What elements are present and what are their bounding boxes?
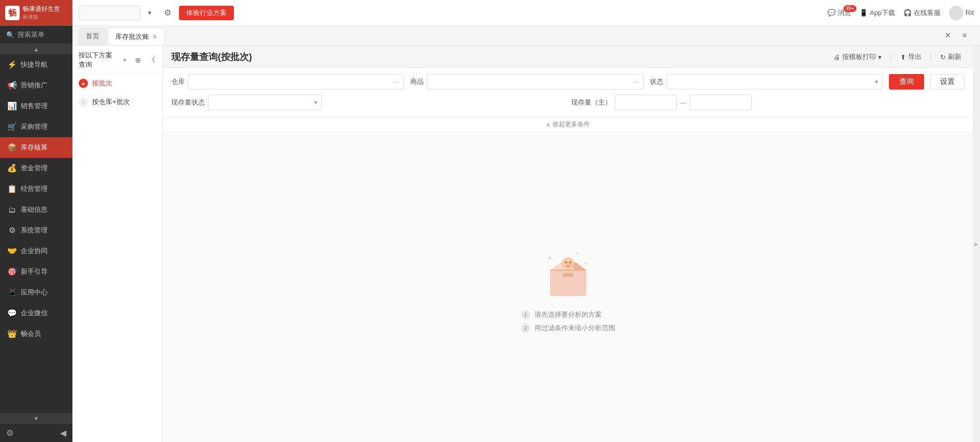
empty-tips: 1 请先选择要分析的方案 2 用过滤条件来缩小分析范围 <box>521 310 615 333</box>
status-chevron-icon: ▾ <box>875 78 878 85</box>
print-template-btn[interactable]: 🖨 按模板打印 ▾ <box>830 51 885 63</box>
page-header: 现存量查询(按批次) 🖨 按模板打印 ▾ | ⬆ 导出 | ↻ <box>163 46 973 68</box>
inventory-icon: 📦 <box>7 143 17 152</box>
empty-illustration: ✦ ✦ ★ <box>537 242 599 304</box>
phone-icon: 📱 <box>859 9 868 17</box>
tab-inventory-batch[interactable]: 库存批次账 ✕ <box>108 27 165 45</box>
topbar-search-input[interactable] <box>79 6 141 20</box>
sidebar-item-sales[interactable]: 📊 销售管理 <box>0 96 72 116</box>
scheme-item-warehouse-batch[interactable]: ○ 按仓库+批次 <box>72 93 162 111</box>
online-service-btn[interactable]: 🎧 在线客服 <box>903 8 941 18</box>
query-button[interactable]: 查询 <box>889 74 924 90</box>
scheme-settings-btn[interactable]: ⊕ <box>132 54 144 66</box>
sidebar-item-basic[interactable]: 🗂 基础信息 <box>0 199 72 220</box>
warehouse-input-wrap[interactable]: ··· <box>188 74 404 90</box>
sidebar-item-enterprise[interactable]: 🤝 企业协同 <box>0 241 72 261</box>
product-input-wrap[interactable]: ··· <box>427 74 643 90</box>
app-download-btn[interactable]: 📱 App下载 <box>859 8 895 18</box>
sidebar-scroll-up[interactable]: ▲ <box>0 44 72 54</box>
add-scheme-btn[interactable]: ＋ <box>119 54 130 66</box>
sidebar-item-finance[interactable]: 💰 资金管理 <box>0 158 72 179</box>
range-dash: — <box>680 99 687 107</box>
wechat-icon: 💬 <box>7 308 17 318</box>
sidebar-item-inventory[interactable]: 📦 库存核算 <box>0 137 72 158</box>
refresh-btn[interactable]: ↻ 刷新 <box>937 51 964 63</box>
settings-footer-icon[interactable]: ⚙ <box>6 428 13 438</box>
main-area: ▾ ⚙ 体验行业方案 💬 消息 99+ 📱 App下载 🎧 在线客服 Rit <box>72 0 980 442</box>
stock-qty-max-input[interactable] <box>690 95 752 110</box>
tab-close-inventory-batch[interactable]: ✕ <box>152 34 157 40</box>
sidebar: 畅 畅康通好生意 标准版 🔍 搜索菜单 ▲ ⚡ 快捷导航 📢 营销推广 📊 销售… <box>0 0 72 442</box>
empty-tip-2: 2 用过滤条件来缩小分析范围 <box>521 323 615 333</box>
scheme-item-batch[interactable]: ● 按批次 <box>72 74 162 93</box>
print-icon: 🖨 <box>834 53 840 61</box>
search-dropdown-btn[interactable]: ▾ <box>143 6 156 20</box>
filter-panel-icons: ＋ ⊕ 《 <box>119 54 157 66</box>
sidebar-item-quick-nav[interactable]: ⚡ 快捷导航 <box>0 54 72 75</box>
sidebar-item-wechat[interactable]: 💬 企业微信 <box>0 303 72 323</box>
product-dots-btn[interactable]: ··· <box>633 78 639 86</box>
right-scroll-bar[interactable]: ▶ <box>973 46 980 442</box>
sidebar-item-marketing[interactable]: 📢 营销推广 <box>0 75 72 96</box>
svg-rect-2 <box>563 273 573 277</box>
svg-text:✦: ✦ <box>584 261 587 266</box>
tab-home[interactable]: 首页 <box>79 27 107 45</box>
sidebar-scroll-down[interactable]: ▼ <box>0 413 72 423</box>
industry-solution-button[interactable]: 体验行业方案 <box>179 6 234 20</box>
product-label: 商品 <box>410 77 424 86</box>
topbar: ▾ ⚙ 体验行业方案 💬 消息 99+ 📱 App下载 🎧 在线客服 Rit <box>72 0 980 26</box>
sidebar-item-purchase[interactable]: 🛒 采购管理 <box>0 116 72 137</box>
right-scroll-icon: ▶ <box>974 241 978 247</box>
topbar-actions: 💬 消息 99+ 📱 App下载 🎧 在线客服 Rit <box>827 6 974 20</box>
sidebar-item-system[interactable]: ⚙ 系统管理 <box>0 220 72 241</box>
collapse-conditions-bar[interactable]: ∧ 收起更多条件 <box>163 117 973 132</box>
collapse-sidebar-icon[interactable]: ◀ <box>60 428 66 438</box>
tip-number-2: 2 <box>521 323 530 333</box>
status-select[interactable]: ▾ <box>666 74 883 90</box>
panel-menu-btn[interactable]: ≡ <box>957 28 972 42</box>
svg-point-5 <box>569 261 571 263</box>
sidebar-nav: ⚡ 快捷导航 📢 营销推广 📊 销售管理 🛒 采购管理 📦 库存核算 💰 资金管… <box>0 54 72 413</box>
settings-button[interactable]: 设置 <box>930 74 964 90</box>
page-title: 现存量查询(按批次) <box>171 51 252 63</box>
sidebar-item-newbie[interactable]: 🎯 新手引导 <box>0 261 72 282</box>
scheme-dot-batch: ● <box>79 79 88 88</box>
messages-badge: 99+ <box>843 5 856 12</box>
user-name: Rit <box>966 9 974 17</box>
empty-svg: ✦ ✦ ★ <box>537 242 599 304</box>
product-input[interactable] <box>432 78 631 86</box>
sidebar-header: 畅 畅康通好生意 标准版 <box>0 0 72 26</box>
svg-point-4 <box>565 261 567 263</box>
close-panel-btn[interactable]: ✕ <box>941 28 955 42</box>
search-menu-item[interactable]: 🔍 搜索菜单 <box>0 26 72 44</box>
stock-qty-min-input[interactable] <box>615 95 677 110</box>
topbar-gear-btn[interactable]: ⚙ <box>160 6 175 20</box>
warehouse-dots-btn[interactable]: ··· <box>394 78 400 86</box>
sidebar-item-operations[interactable]: 📋 经营管理 <box>0 179 72 199</box>
print-dropdown-icon: ▾ <box>878 53 882 61</box>
messages-btn[interactable]: 💬 消息 99+ <box>827 8 851 18</box>
filter-row-1: 仓库 ··· 商品 ··· 状态 <box>171 74 964 90</box>
stock-status-select[interactable]: ▾ <box>208 95 322 110</box>
sidebar-item-app-center[interactable]: 📱 应用中心 <box>0 282 72 303</box>
filter-panel: 按以下方案查询 ＋ ⊕ 《 ● 按批次 ○ 按仓库+批次 <box>72 46 163 442</box>
collapse-filter-btn[interactable]: 《 <box>146 54 157 66</box>
filter-panel-title: 按以下方案查询 <box>79 51 116 69</box>
warehouse-input[interactable] <box>192 78 392 86</box>
empty-tip-1: 1 请先选择要分析的方案 <box>521 310 615 319</box>
stock-status-label: 现存量状态 <box>171 98 205 107</box>
search-icon: 🔍 <box>6 31 14 39</box>
query-area: 现存量查询(按批次) 🖨 按模板打印 ▾ | ⬆ 导出 | ↻ <box>163 46 973 442</box>
export-btn[interactable]: ⬆ 导出 <box>897 51 925 63</box>
basic-icon: 🗂 <box>7 205 17 214</box>
user-menu-btn[interactable]: Rit <box>949 6 974 20</box>
marketing-icon: 📢 <box>7 81 17 90</box>
sidebar-item-member[interactable]: 👑 畅会员 <box>0 323 72 344</box>
collapse-chevron-icon: ∧ <box>546 121 551 128</box>
stock-status-field: 现存量状态 ▾ <box>171 95 565 110</box>
page-content: 按以下方案查询 ＋ ⊕ 《 ● 按批次 ○ 按仓库+批次 现存量查询(按批次) <box>72 46 980 442</box>
stock-qty-field: 现存量（主） — <box>571 95 965 110</box>
message-icon: 💬 <box>827 9 836 17</box>
finance-icon: 💰 <box>7 164 17 173</box>
refresh-icon: ↻ <box>940 53 946 61</box>
